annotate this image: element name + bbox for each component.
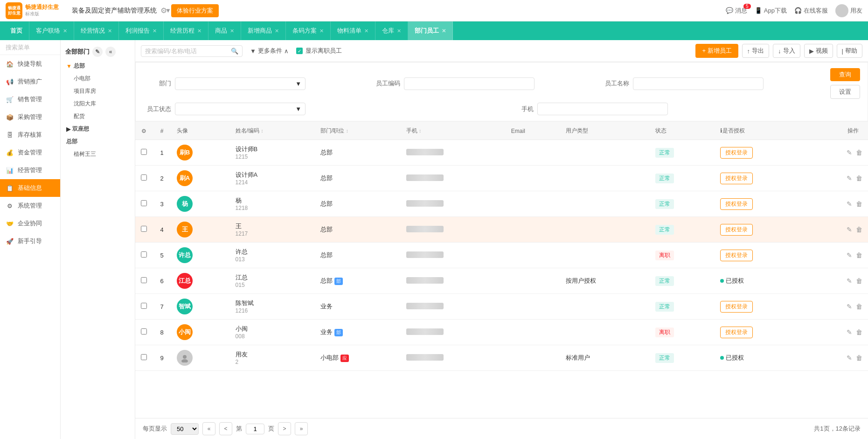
close-tab-goods[interactable]: ✕ (230, 28, 234, 34)
message-icon[interactable]: 💬 5 消息 (726, 7, 747, 15)
row-checkbox[interactable] (141, 354, 147, 360)
edit-btn[interactable]: ✎ (847, 277, 852, 285)
search-wrap[interactable]: 🔍 (141, 45, 243, 57)
delete-btn[interactable]: 🗑 (856, 200, 862, 208)
row-checkbox[interactable] (141, 174, 147, 181)
more-conditions-btn[interactable]: ▼ 更多条件 ∧ (246, 45, 292, 57)
close-tab-profit[interactable]: ✕ (153, 28, 157, 34)
filter-empcode-input[interactable] (404, 77, 535, 90)
filter-dept-select[interactable]: ▼ (175, 77, 306, 90)
dept-edit-btn[interactable]: ✎ (92, 47, 103, 57)
row-check[interactable] (135, 140, 153, 166)
tab-dept-staff[interactable]: 部门员工 ✕ (408, 21, 453, 40)
dept-collapse-btn[interactable]: « (105, 47, 116, 57)
sidebar-item-quicknav[interactable]: 🏠 快捷导航 (0, 55, 60, 73)
help-btn[interactable]: | 帮助 (837, 44, 862, 58)
close-tab-new-goods[interactable]: ✕ (275, 28, 279, 34)
sidebar-search-input[interactable] (6, 44, 61, 51)
tab-warehouse[interactable]: 仓库 ✕ (375, 21, 408, 40)
sidebar-item-system[interactable]: ⚙ 系统管理 (0, 197, 60, 215)
edit-btn[interactable]: ✎ (847, 251, 852, 259)
filter-empname-input[interactable] (633, 77, 764, 90)
close-tab-history[interactable]: ✕ (197, 28, 201, 34)
sidebar-item-basic[interactable]: 📋 基础信息 (0, 179, 60, 197)
app-download-btn[interactable]: 📱 App下载 (755, 7, 787, 15)
sidebar-item-sales[interactable]: 🛒 销售管理 (0, 91, 60, 108)
row-check[interactable] (135, 345, 153, 371)
close-tab-warehouse[interactable]: ✕ (397, 28, 401, 34)
page-size-select[interactable]: 50 20 100 (171, 423, 199, 435)
auth-login-btn[interactable]: 授权登录 (720, 198, 753, 210)
sidebar-search-wrap[interactable]: 🔍 (0, 40, 60, 55)
import-btn[interactable]: ↓ 导入 (773, 44, 800, 58)
th-phone[interactable]: 手机 ↕ (401, 122, 506, 140)
edit-btn[interactable]: ✎ (847, 149, 852, 156)
tab-profit[interactable]: 利润报告 ✕ (119, 21, 164, 40)
delete-btn[interactable]: 🗑 (856, 226, 862, 233)
sidebar-item-collab[interactable]: 🤝 企业协同 (0, 215, 60, 232)
row-check[interactable] (135, 294, 153, 320)
row-checkbox[interactable] (141, 200, 147, 206)
tab-goods[interactable]: 商品 ✕ (208, 21, 241, 40)
row-check[interactable] (135, 243, 153, 268)
online-service-btn[interactable]: 🎧 在线客服 (794, 7, 828, 15)
th-dept[interactable]: 部门/职位 ↕ (315, 122, 401, 140)
dept-tree-shenyang[interactable]: 沈阳大库 (61, 98, 135, 110)
last-page-btn[interactable]: » (295, 422, 308, 435)
delete-btn[interactable]: 🗑 (856, 149, 862, 156)
dept-tree-zonbu2[interactable]: 总部 (61, 135, 135, 148)
add-employee-btn[interactable]: + 新增员工 (695, 44, 738, 58)
row-checkbox[interactable] (141, 251, 147, 258)
prev-page-btn[interactable]: < (219, 422, 232, 435)
auth-login-btn[interactable]: 授权登录 (720, 173, 753, 184)
sidebar-item-inventory[interactable]: 🗄 库存核算 (0, 126, 60, 144)
delete-btn[interactable]: 🗑 (856, 251, 862, 259)
dropdown-icon[interactable]: ▼ (165, 7, 171, 14)
row-check[interactable] (135, 166, 153, 191)
row-checkbox[interactable] (141, 303, 147, 309)
tab-operation[interactable]: 经营情况 ✕ (74, 21, 119, 40)
row-check[interactable] (135, 217, 153, 243)
th-name[interactable]: 姓名/编码 ↕ (230, 122, 315, 140)
edit-btn[interactable]: ✎ (847, 303, 852, 310)
search-input[interactable] (145, 48, 229, 55)
edit-btn[interactable]: ✎ (847, 328, 852, 336)
filter-status-select[interactable]: ▼ (175, 103, 306, 115)
delete-btn[interactable]: 🗑 (856, 354, 862, 362)
next-page-btn[interactable]: > (278, 422, 291, 435)
auth-login-btn[interactable]: 授权登录 (720, 327, 753, 338)
auth-login-btn[interactable]: 授权登录 (720, 250, 753, 261)
delete-btn[interactable]: 🗑 (856, 328, 862, 336)
tab-customer[interactable]: 客户联络 ✕ (29, 21, 74, 40)
th-settings[interactable]: ⚙ (135, 122, 153, 140)
close-tab-dept-staff[interactable]: ✕ (442, 28, 446, 34)
dept-tree-xiaodian[interactable]: 小电部 (61, 72, 135, 85)
filter-phone-input[interactable] (537, 103, 668, 115)
row-checkbox[interactable] (141, 226, 147, 232)
close-tab-operation[interactable]: ✕ (108, 28, 112, 34)
tab-bom[interactable]: 物料清单 ✕ (331, 21, 375, 40)
row-check[interactable] (135, 191, 153, 217)
edit-btn[interactable]: ✎ (847, 354, 852, 362)
edit-btn[interactable]: ✎ (847, 226, 852, 233)
row-checkbox[interactable] (141, 149, 147, 155)
close-tab-customer[interactable]: ✕ (63, 28, 67, 34)
dept-tree-zonbu-arrow[interactable]: ▼ 总部 (61, 60, 135, 72)
sidebar-item-purchase[interactable]: 📦 采购管理 (0, 108, 60, 126)
query-btn[interactable]: 查询 (830, 68, 860, 81)
show-resigned-check[interactable]: ✓ 显示离职员工 (296, 47, 342, 55)
sidebar-item-finance[interactable]: 💰 资金管理 (0, 144, 60, 161)
dept-tree-shuangzuoxiang[interactable]: ▶ 双座想 (61, 123, 135, 135)
close-tab-bom[interactable]: ✕ (364, 28, 368, 34)
sidebar-item-guide[interactable]: 🚀 新手引导 (0, 232, 60, 250)
close-tab-barcode[interactable]: ✕ (319, 28, 324, 34)
sidebar-item-biz[interactable]: 📊 经营管理 (0, 161, 60, 179)
tab-home[interactable]: 首页 (4, 21, 29, 40)
auth-login-btn[interactable]: 授权登录 (720, 224, 753, 236)
tab-history[interactable]: 经营历程 ✕ (164, 21, 208, 40)
auth-login-btn[interactable]: 授权登录 (720, 147, 753, 159)
dept-tree-zhishuwang[interactable]: 植树王三 (61, 148, 135, 160)
edit-btn[interactable]: ✎ (847, 200, 852, 208)
delete-btn[interactable]: 🗑 (856, 174, 862, 182)
row-checkbox[interactable] (141, 277, 147, 283)
